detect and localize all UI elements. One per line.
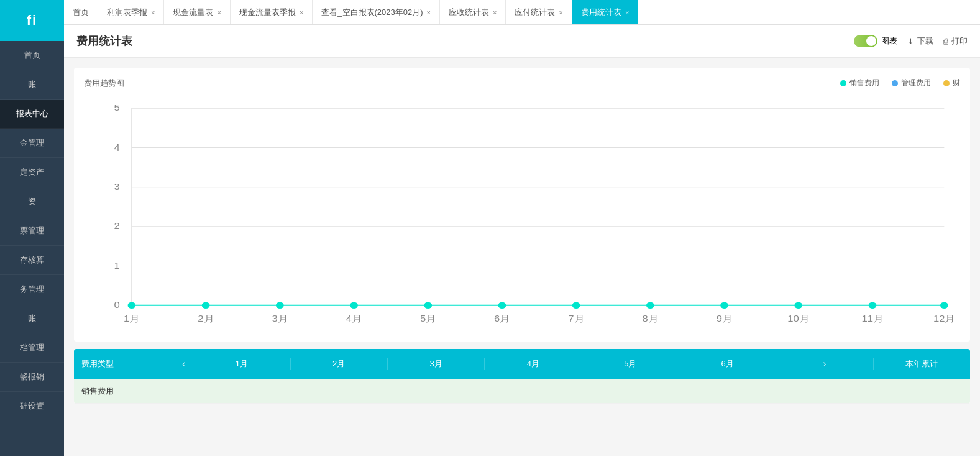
chart-toggle[interactable] xyxy=(854,35,877,47)
tab-close-profit-quarterly[interactable]: × xyxy=(151,9,155,16)
legend-finance-expense: 财 xyxy=(943,78,960,88)
svg-text:8月: 8月 xyxy=(643,314,659,323)
svg-text:12月: 12月 xyxy=(933,314,955,323)
sidebar-item-base-settings[interactable]: 础设置 xyxy=(0,392,64,421)
legend-dot-finance xyxy=(943,80,950,86)
legend-label-sales: 销售费用 xyxy=(849,78,879,88)
sidebar-logo: fi xyxy=(0,0,64,41)
data-point xyxy=(646,302,654,309)
download-icon: ⤓ xyxy=(907,37,914,46)
th-jan: 1月 xyxy=(193,358,290,370)
table-row: 销售费用 xyxy=(74,379,970,404)
svg-text:7月: 7月 xyxy=(568,314,584,323)
svg-text:9月: 9月 xyxy=(717,314,733,323)
svg-text:0: 0 xyxy=(114,300,119,309)
th-mar: 3月 xyxy=(388,358,485,370)
legend-label-mgmt: 管理费用 xyxy=(901,78,931,88)
svg-text:4月: 4月 xyxy=(346,314,362,323)
th-ytd: 本年累计 xyxy=(874,358,970,370)
toggle-label: 图表 xyxy=(881,35,897,47)
print-button[interactable]: ⎙ 打印 xyxy=(943,35,968,47)
tab-receivable[interactable]: 应收统计表 × xyxy=(440,0,506,25)
data-point xyxy=(350,302,358,309)
chart-area: 0 1 2 3 4 5 1月 2月 3月 4月 5月 6月 7月 8月 9 xyxy=(84,95,960,332)
svg-text:3: 3 xyxy=(114,182,119,191)
next-arrow[interactable]: › xyxy=(823,358,826,370)
tab-close-expense[interactable]: × xyxy=(625,9,629,16)
sidebar-item-inventory[interactable]: 存核算 xyxy=(0,246,64,275)
data-point xyxy=(720,302,728,309)
page-header: 费用统计表 图表 ⤓ 下载 ⎙ 打印 xyxy=(64,25,980,58)
legend-mgmt-expense: 管理费用 xyxy=(892,78,931,88)
print-label: 打印 xyxy=(951,35,968,47)
svg-text:1: 1 xyxy=(114,261,119,270)
sidebar-item-investment[interactable]: 资 xyxy=(0,187,64,216)
legend-dot-mgmt xyxy=(892,80,898,86)
svg-text:2月: 2月 xyxy=(198,314,214,323)
chart-title: 费用趋势图 xyxy=(84,78,960,89)
tab-payable[interactable]: 应付统计表 × xyxy=(506,0,572,25)
th-jun: 6月 xyxy=(679,358,776,370)
sidebar-item-service-mgmt[interactable]: 务管理 xyxy=(0,275,64,304)
svg-text:1月: 1月 xyxy=(124,314,140,323)
th-feb: 2月 xyxy=(291,358,388,370)
legend-sales-expense: 销售费用 xyxy=(840,78,879,88)
main-area: 首页 利润表季报 × 现金流量表 × 现金流量表季报 × 查看_空白报表(202… xyxy=(64,0,980,456)
svg-text:10月: 10月 xyxy=(787,314,809,323)
data-point xyxy=(869,302,877,309)
sidebar-item-account[interactable]: 账 xyxy=(0,70,64,100)
tab-profit-quarterly[interactable]: 利润表季报 × xyxy=(98,0,164,25)
sidebar: fi 首页 账 报表中心 金管理 定资产 资 票管理 存核算 务管理 账 档管理… xyxy=(0,0,64,456)
header-actions: 图表 ⤓ 下载 ⎙ 打印 xyxy=(854,35,968,47)
sidebar-item-bill-mgmt[interactable]: 票管理 xyxy=(0,216,64,246)
th-expense-type: 费用类型 ‹ xyxy=(74,358,193,370)
svg-text:5: 5 xyxy=(114,103,119,113)
sidebar-item-payroll[interactable]: 账 xyxy=(0,304,64,333)
sidebar-item-home[interactable]: 首页 xyxy=(0,41,64,70)
svg-text:5月: 5月 xyxy=(420,314,436,323)
tab-expense[interactable]: 费用统计表 × xyxy=(572,0,638,25)
sidebar-item-archive-mgmt[interactable]: 档管理 xyxy=(0,333,64,363)
toggle-knob xyxy=(866,36,876,46)
data-point xyxy=(572,302,580,309)
tab-close-cashflow[interactable]: × xyxy=(217,9,221,16)
sidebar-item-report-center[interactable]: 报表中心 xyxy=(0,100,64,129)
sidebar-item-sales-return[interactable]: 畅报销 xyxy=(0,363,64,392)
svg-text:11月: 11月 xyxy=(862,314,884,323)
th-apr: 4月 xyxy=(485,358,582,370)
data-point xyxy=(276,302,284,309)
th-jun-label: 6月 xyxy=(721,359,733,368)
tab-home[interactable]: 首页 xyxy=(64,0,98,25)
chart-legend: 销售费用 管理费用 财 xyxy=(840,78,960,88)
th-expense-type-label: 费用类型 xyxy=(81,358,114,370)
tab-close-blank-report[interactable]: × xyxy=(427,9,431,16)
th-may: 5月 xyxy=(582,358,679,370)
print-icon: ⎙ xyxy=(943,37,948,46)
tab-cashflow[interactable]: 现金流量表 × xyxy=(164,0,230,25)
download-button[interactable]: ⤓ 下载 xyxy=(907,35,933,47)
tab-blank-report[interactable]: 查看_空白报表(2023年02月) × xyxy=(313,0,440,25)
th-next-arrow-cell: › xyxy=(776,358,873,370)
tab-close-cashflow-quarterly[interactable]: × xyxy=(300,9,303,16)
prev-arrow[interactable]: ‹ xyxy=(182,358,185,370)
data-point xyxy=(940,302,948,309)
svg-text:4: 4 xyxy=(114,142,120,152)
chart-toggle-container[interactable]: 图表 xyxy=(854,35,897,47)
tab-bar: 首页 利润表季报 × 现金流量表 × 现金流量表季报 × 查看_空白报表(202… xyxy=(64,0,980,25)
chart-svg: 0 1 2 3 4 5 1月 2月 3月 4月 5月 6月 7月 8月 9 xyxy=(84,95,960,332)
sidebar-item-fund-mgmt[interactable]: 金管理 xyxy=(0,129,64,158)
data-point xyxy=(424,302,432,309)
page-title: 费用统计表 xyxy=(76,34,132,49)
content-area: 费用趋势图 销售费用 管理费用 财 xyxy=(64,58,980,456)
download-label: 下载 xyxy=(917,35,933,47)
svg-text:3月: 3月 xyxy=(272,314,288,323)
data-table: 费用类型 ‹ 1月 2月 3月 4月 5月 6月 › 本年累计 销售费用 xyxy=(74,349,970,404)
tab-cashflow-quarterly[interactable]: 现金流量表季报 × xyxy=(231,0,313,25)
svg-text:6月: 6月 xyxy=(494,314,510,323)
tab-close-receivable[interactable]: × xyxy=(493,9,497,16)
tab-close-payable[interactable]: × xyxy=(559,9,562,16)
sidebar-item-fixed-assets[interactable]: 定资产 xyxy=(0,158,64,187)
td-expense-type: 销售费用 xyxy=(74,386,193,397)
data-point xyxy=(794,302,802,309)
chart-card: 费用趋势图 销售费用 管理费用 财 xyxy=(74,68,970,342)
